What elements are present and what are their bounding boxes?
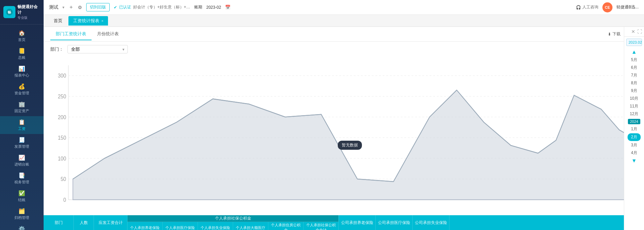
tab-salary-report[interactable]: 工资统计报表 × (68, 16, 108, 26)
filter-bar: 部门： 全部 销售部 财务部 技术部 行政部 (44, 42, 644, 57)
tab-home[interactable]: 首页 (49, 16, 67, 26)
sidebar-item-ledger[interactable]: 📒 总账 (0, 45, 44, 63)
download-button[interactable]: ⬇ 下载 (608, 31, 621, 37)
calendar-icon[interactable]: 📅 (225, 5, 230, 10)
month-6[interactable]: 6月 (627, 64, 642, 72)
date-display[interactable]: 2023.02 (626, 39, 642, 46)
month-3[interactable]: 3月 (626, 141, 643, 149)
sidebar-item-home[interactable]: 🏠 首页 (0, 27, 44, 45)
add-icon[interactable]: ＋ (68, 4, 74, 11)
right-panel: ✕ ⛶ 2023.02 ▲ 5月 6月 7月 8月 9月 10月 11月 12月… (624, 27, 644, 230)
sidebar-item-reports[interactable]: 📊 报表中心 (0, 63, 44, 81)
svg-text:畅: 畅 (8, 10, 11, 14)
period-value: 2023-02 (206, 5, 221, 10)
month-4[interactable]: 4月 (626, 149, 643, 157)
col-department: 部门 (44, 215, 74, 230)
tax-icon: 📑 (18, 172, 25, 179)
user-name[interactable]: 轻捷通B迅... (616, 4, 639, 10)
sidebar-item-settings[interactable]: ⚙️ 设置 (0, 223, 44, 230)
sales-icon: 📈 (18, 154, 25, 161)
month-7[interactable]: 7月 (627, 72, 642, 79)
month-1[interactable]: 1月 (626, 125, 643, 133)
assets-icon: 🏢 (18, 101, 25, 107)
invoice-icon: 🧾 (18, 137, 25, 143)
support-button[interactable]: 🎧 人工咨询 (576, 4, 598, 10)
sidebar-label-closing: 结账 (18, 197, 25, 202)
logo-icon: 畅 (3, 6, 15, 18)
chart-container: 0 50 100 150 200 250 300 暂无数据 (44, 57, 644, 215)
department-select-wrap: 全部 销售部 财务部 技术部 行政部 (67, 45, 128, 53)
app-logo: 畅 畅捷通好会计 专业版 (0, 0, 44, 25)
expand-panel-icon[interactable]: ⛶ (637, 29, 642, 34)
col-group-personal: 个人承担社保公积金 个人承担养老保险 个人承担医疗保险 个人承担失业保险 个人承… (127, 215, 339, 230)
close-panel-icon[interactable]: ✕ (631, 29, 635, 34)
month-9[interactable]: 9月 (627, 87, 642, 95)
sidebar-label-salary: 工资 (18, 126, 25, 131)
sub-tabbar: 部门工资统计表 月份统计表 ⬇ 下载 ↺ 刷新 (44, 27, 644, 42)
sidebar-label-reports: 报表中心 (14, 73, 29, 78)
month-12[interactable]: 12月 (627, 110, 642, 118)
month-11[interactable]: 11月 (627, 102, 642, 110)
tab-bar: 首页 工资统计报表 × (44, 15, 644, 27)
sub-col-pension: 个人承担养老保险 (127, 222, 163, 230)
certified-icon: ✔ (114, 5, 117, 10)
scroll-down-icon[interactable]: ▼ (631, 157, 638, 165)
col-company-medical: 公司承担医疗保险 (376, 215, 413, 230)
svg-text:0: 0 (63, 197, 66, 203)
sidebar-item-archive[interactable]: 🗂️ 归档管理 (0, 205, 44, 223)
svg-text:50: 50 (61, 176, 66, 182)
settings-gear-icon[interactable]: ⚙ (78, 5, 82, 10)
topbar-right: 🎧 人工咨询 CE 轻捷通B迅... (576, 2, 639, 12)
sidebar-label-assets: 固定资产 (14, 108, 29, 113)
tab-salary-label: 工资统计报表 (73, 18, 99, 24)
settings-icon: ⚙️ (18, 226, 25, 230)
user-avatar[interactable]: CE (602, 2, 612, 12)
year-nav: ▲ 5月 6月 7月 8月 9月 10月 11月 12月 2024 1月 2月 … (624, 48, 644, 165)
sub-tabs: 部门工资统计表 月份统计表 (50, 28, 124, 40)
year-2024-badge[interactable]: 2024 (628, 119, 640, 124)
logo-text: 畅捷通好会计 专业版 (17, 4, 40, 20)
sub-tab-department[interactable]: 部门工资统计表 (50, 28, 92, 40)
month-2-active[interactable]: 2月 (628, 133, 641, 141)
sidebar-label-funds: 资金管理 (14, 91, 29, 96)
col-company-pension: 公司承担养老保险 (339, 215, 376, 230)
sub-tab-monthly[interactable]: 月份统计表 (92, 28, 124, 40)
month-8[interactable]: 8月 (627, 79, 642, 87)
sidebar-item-assets[interactable]: 🏢 固定资产 (0, 98, 44, 116)
headset-icon: 🎧 (576, 5, 581, 10)
col-total-salary: 应发工资合计 (94, 215, 127, 230)
svg-text:250: 250 (58, 93, 66, 99)
status-tags: 好会计（专）+好生意（标）+… (133, 4, 190, 10)
scroll-up-icon[interactable]: ▲ (631, 48, 638, 56)
sub-col-housing-fund: 个人承担住房公积金 (268, 222, 304, 230)
sidebar-item-funds[interactable]: 💰 资金管理 (0, 81, 44, 98)
sidebar-item-invoice[interactable]: 🧾 发票管理 (0, 134, 44, 152)
switch-old-version-button[interactable]: 切到旧版 (86, 3, 110, 11)
dropdown-arrow-icon[interactable]: ▾ (62, 5, 64, 10)
col-headcount: 人数 (74, 215, 94, 230)
sidebar-nav: 🏠 首页 📒 总账 📊 报表中心 💰 资金管理 🏢 固定资产 📋 工资 🧾 发票… (0, 25, 44, 230)
col-group-personal-subs: 个人承担养老保险 个人承担医疗保险 个人承担失业保险 个人承担大额医疗 个人承担… (127, 222, 338, 230)
certified-label: 已认证 (119, 4, 131, 10)
home-icon: 🏠 (18, 30, 25, 36)
support-label: 人工咨询 (582, 4, 598, 10)
month-5[interactable]: 5月 (627, 56, 642, 64)
department-select[interactable]: 全部 销售部 财务部 技术部 行政部 (67, 45, 128, 53)
tab-home-label: 首页 (54, 18, 62, 24)
sidebar-label-tax: 税务管理 (14, 180, 29, 185)
svg-text:150: 150 (58, 135, 66, 141)
main-area: 测试 ▾ ＋ ⚙ 切到旧版 ✔ 已认证 好会计（专）+好生意（标）+… 账期 2… (44, 0, 644, 230)
table-footer-header: 部门 人数 应发工资合计 个人承担社保公积金 个人承担养老保险 个人承担医疗保险… (44, 215, 644, 230)
archive-icon: 🗂️ (18, 208, 25, 214)
sidebar-item-closing[interactable]: ✅ 结账 (0, 187, 44, 205)
month-10[interactable]: 10月 (627, 95, 642, 102)
current-year-months: 1月 2月 3月 4月 (626, 125, 643, 157)
sidebar-item-salary[interactable]: 📋 工资 (0, 116, 44, 134)
tab-close-icon[interactable]: × (101, 19, 103, 23)
sidebar-item-tax[interactable]: 📑 税务管理 (0, 170, 44, 187)
svg-text:100: 100 (58, 155, 66, 162)
svg-text:300: 300 (58, 73, 66, 79)
sidebar-label-ledger: 总账 (18, 55, 25, 60)
department-label: 部门： (50, 46, 63, 52)
sidebar-item-sales[interactable]: 📈 进销台账 (0, 152, 44, 170)
